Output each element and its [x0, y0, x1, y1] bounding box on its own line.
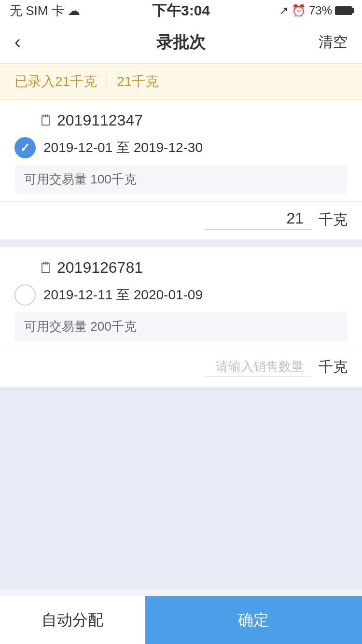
batch2-radio[interactable] [14, 284, 36, 306]
status-bar: 无 SIM 卡 ☁ 下午3:04 ↗ ⏰ 73% [0, 0, 362, 21]
batch2-qty-input[interactable] [205, 357, 311, 377]
batch-card-1: 🗒 2019112347 2019-12-01 至 2019-12-30 可用交… [0, 100, 362, 239]
recorded-value: 21千克 [117, 72, 159, 91]
batch1-radio[interactable] [14, 137, 36, 158]
recorded-label: 已录入21千克 [14, 72, 97, 91]
confirm-button[interactable]: 确定 [145, 596, 362, 644]
page-wrapper: 无 SIM 卡 ☁ 下午3:04 ↗ ⏰ 73% ‹ 录批次 清空 已录入21千… [0, 0, 362, 644]
battery-text: 73% [309, 4, 332, 17]
nav-bar: ‹ 录批次 清空 [0, 21, 362, 64]
batch2-doc-icon: 🗒 [39, 260, 53, 276]
auto-distribute-button[interactable]: 自动分配 [0, 596, 145, 644]
batch1-unit: 千克 [319, 210, 348, 230]
batch2-date-row[interactable]: 2019-12-11 至 2020-01-09 [0, 280, 362, 309]
empty-area [0, 387, 362, 589]
batch2-unit: 千克 [319, 357, 348, 377]
status-left: 无 SIM 卡 ☁ [10, 2, 80, 19]
page-title: 录批次 [156, 31, 206, 54]
batch2-avail: 可用交易量 200千克 [14, 312, 348, 341]
batch1-header: 🗒 2019112347 [0, 100, 362, 133]
section-divider [0, 239, 362, 247]
batch2-number: 2019126781 [57, 259, 143, 277]
batch1-doc-icon: 🗒 [39, 112, 53, 129]
batch-card-2: 🗒 2019126781 2019-12-11 至 2020-01-09 可用交… [0, 247, 362, 387]
location-icon: ↗ [279, 4, 289, 17]
batch1-qty-input[interactable] [205, 210, 311, 230]
banner-divider [107, 75, 107, 88]
batch1-avail: 可用交易量 100千克 [14, 165, 348, 194]
footer: 自动分配 确定 [0, 596, 362, 644]
alarm-icon: ⏰ [292, 4, 306, 17]
batch1-number: 2019112347 [57, 112, 143, 129]
no-sim-text: 无 SIM 卡 ☁ [10, 2, 80, 19]
status-time: 下午3:04 [152, 1, 210, 21]
status-right: ↗ ⏰ 73% [279, 4, 352, 17]
content-area: 🗒 2019112347 2019-12-01 至 2019-12-30 可用交… [0, 100, 362, 644]
batch1-date: 2019-12-01 至 2019-12-30 [43, 139, 203, 157]
batch2-header: 🗒 2019126781 [0, 247, 362, 280]
batch2-date: 2019-12-11 至 2020-01-09 [43, 286, 203, 304]
batch2-input-row: 千克 [0, 349, 362, 387]
info-banner: 已录入21千克 21千克 [0, 64, 362, 100]
battery-icon [335, 6, 352, 15]
back-button[interactable]: ‹ [14, 32, 21, 53]
batch1-date-row[interactable]: 2019-12-01 至 2019-12-30 [0, 133, 362, 162]
batch1-input-row: 千克 [0, 201, 362, 239]
clear-button[interactable]: 清空 [319, 32, 348, 52]
